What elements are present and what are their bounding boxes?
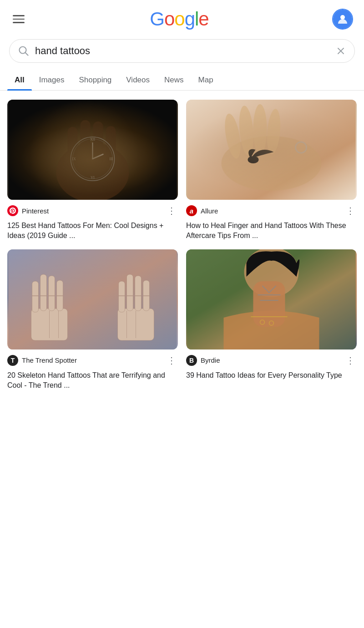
svg-rect-31 (49, 276, 55, 311)
logo-l: l (195, 8, 198, 30)
svg-rect-53 (253, 281, 285, 327)
source-row-1: Pinterest ⋮ (7, 204, 178, 217)
svg-rect-5 (9, 100, 177, 200)
skeleton-hands-svg (7, 249, 178, 349)
google-logo: Google (150, 8, 208, 30)
search-input[interactable] (35, 45, 330, 57)
source-info-4: B Byrdie (186, 355, 220, 366)
svg-line-18 (93, 154, 103, 159)
tab-shopping[interactable]: Shopping (71, 70, 119, 90)
svg-point-11 (71, 137, 115, 181)
tab-all[interactable]: All (7, 70, 32, 90)
user-avatar[interactable] (332, 9, 353, 30)
svg-rect-10 (106, 126, 116, 167)
svg-rect-29 (32, 281, 39, 312)
svg-rect-39 (127, 274, 133, 311)
tts-favicon: T (7, 355, 18, 366)
svg-point-6 (56, 143, 129, 200)
results-grid: XII III VI IX Pinterest ⋮ 125 Best Hand … (0, 91, 364, 400)
result-image-1: XII III VI IX (7, 100, 178, 200)
search-tabs: All Images Shopping Videos News Map (0, 67, 364, 91)
more-options-4[interactable]: ⋮ (344, 354, 357, 367)
svg-point-25 (248, 156, 259, 163)
svg-rect-7 (68, 127, 78, 168)
svg-point-21 (222, 112, 243, 160)
logo-g: G (150, 8, 164, 30)
source-info-3: T The Trend Spotter (7, 355, 77, 366)
svg-rect-8 (81, 120, 91, 166)
search-bar[interactable] (9, 39, 355, 63)
svg-point-26 (296, 142, 307, 153)
svg-rect-40 (135, 276, 142, 311)
svg-point-0 (340, 15, 345, 20)
result-card-3[interactable]: T The Trend Spotter ⋮ 20 Skeleton Hand T… (7, 249, 178, 391)
search-svg-icon (19, 46, 29, 56)
more-options-1[interactable]: ⋮ (165, 204, 178, 217)
clear-search-icon[interactable] (336, 46, 345, 56)
source-row-2: a Allure ⋮ (186, 204, 357, 217)
source-row-3: T The Trend Spotter ⋮ (7, 354, 178, 367)
tab-images[interactable]: Images (32, 70, 72, 90)
svg-rect-9 (93, 122, 103, 166)
result-image-2 (186, 100, 357, 200)
allure-favicon: a (186, 205, 197, 216)
result-title-3[interactable]: 20 Skeleton Hand Tattoos That are Terrif… (7, 370, 178, 391)
result-card-2[interactable]: a Allure ⋮ How to Heal Finger and Hand T… (186, 100, 357, 241)
tab-news[interactable]: News (157, 70, 191, 90)
svg-point-24 (265, 108, 282, 155)
logo-o2: o (174, 8, 184, 30)
avatar-svg-icon (336, 13, 349, 25)
result-card-1[interactable]: XII III VI IX Pinterest ⋮ 125 Best Hand … (7, 100, 178, 241)
pinterest-favicon (7, 205, 18, 216)
svg-text:III: III (110, 157, 113, 161)
svg-text:IX: IX (72, 157, 76, 161)
svg-text:XII: XII (90, 137, 95, 142)
hamburger-menu-icon[interactable] (11, 13, 26, 25)
result-image-4 (186, 249, 357, 349)
result-card-4[interactable]: B Byrdie ⋮ 39 Hand Tattoo Ideas for Ever… (186, 249, 357, 391)
source-info-2: a Allure (186, 205, 218, 216)
svg-point-12 (73, 139, 113, 179)
tab-videos[interactable]: Videos (119, 70, 157, 90)
search-icon (19, 46, 29, 56)
svg-rect-19 (187, 100, 356, 200)
logo-o1: o (164, 8, 174, 30)
svg-rect-30 (40, 274, 47, 311)
more-options-2[interactable]: ⋮ (344, 204, 357, 217)
header: Google (0, 0, 364, 35)
result-title-2[interactable]: How to Heal Finger and Hand Tattoos With… (186, 221, 357, 241)
result-title-4[interactable]: 39 Hand Tattoo Ideas for Every Personali… (186, 370, 357, 380)
tattoo-clock-svg: XII III VI IX (7, 100, 178, 200)
result-image-3 (7, 249, 178, 349)
result-title-1[interactable]: 125 Best Hand Tattoos For Men: Cool Desi… (7, 221, 178, 241)
rihanna-tattoo-svg (186, 249, 357, 349)
svg-line-2 (25, 53, 28, 56)
logo-g2: g (185, 8, 195, 30)
byrdie-favicon: B (186, 355, 197, 366)
source-info-1: Pinterest (7, 205, 49, 216)
tab-maps[interactable]: Map (191, 70, 221, 90)
source-name-1: Pinterest (22, 207, 49, 215)
tattoo-bird-svg (186, 100, 357, 200)
search-bar-container (0, 35, 364, 65)
svg-point-20 (222, 136, 322, 191)
source-name-4: Byrdie (201, 356, 220, 364)
source-name-3: The Trend Spotter (22, 356, 77, 364)
svg-point-23 (253, 104, 267, 154)
svg-rect-38 (119, 281, 125, 312)
more-options-3[interactable]: ⋮ (165, 354, 178, 367)
svg-text:VI: VI (91, 176, 95, 180)
svg-point-22 (238, 105, 255, 156)
source-row-4: B Byrdie ⋮ (186, 354, 357, 367)
logo-e: e (198, 8, 208, 30)
source-name-2: Allure (201, 207, 218, 215)
